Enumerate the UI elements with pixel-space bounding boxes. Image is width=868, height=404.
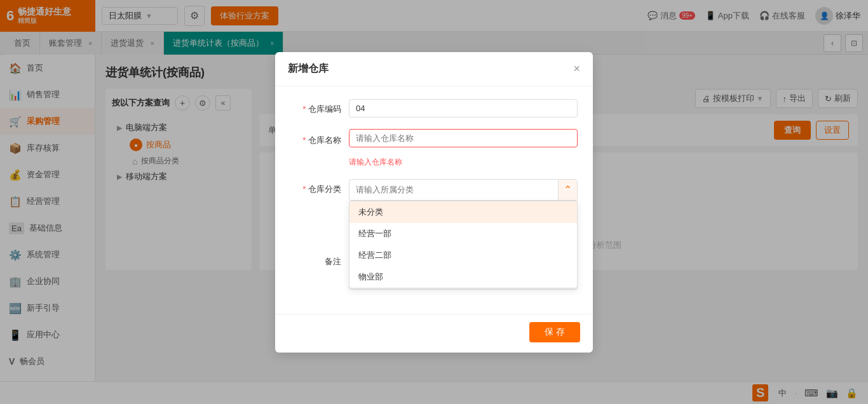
dropdown-item-property[interactable]: 物业部	[349, 266, 577, 288]
category-chevron-button[interactable]: ⌃	[558, 180, 577, 200]
code-label: 仓库编码	[290, 99, 341, 115]
dropdown-item-dept2[interactable]: 经营二部	[349, 245, 577, 266]
name-input[interactable]	[349, 129, 578, 147]
code-input[interactable]	[349, 99, 578, 118]
dialog-header: 新增仓库 ×	[275, 52, 593, 86]
category-input-row: ⌃	[349, 179, 578, 201]
form-row-category: 仓库分类 ⌃ 未分类 经营一部 经营二部 物业部	[290, 179, 578, 201]
dialog-close-button[interactable]: ×	[573, 63, 580, 74]
dialog-body: 仓库编码 仓库名称 请输入仓库名称 仓库分类	[275, 86, 593, 314]
form-row-code: 仓库编码	[290, 99, 578, 118]
category-input[interactable]	[349, 181, 558, 198]
category-wrapper: ⌃ 未分类 经营一部 经营二部 物业部	[349, 179, 578, 201]
save-button[interactable]: 保 存	[529, 322, 580, 342]
name-input-wrapper	[349, 129, 578, 147]
dropdown-item-unclassified[interactable]: 未分类	[349, 201, 577, 223]
new-warehouse-dialog: 新增仓库 × 仓库编码 仓库名称 请输入仓库名称	[275, 52, 593, 353]
name-label: 仓库名称	[290, 130, 341, 146]
form-row-name: 仓库名称 请输入仓库名称	[290, 129, 578, 168]
dialog-footer: 保 存	[275, 314, 593, 353]
note-label: 备注	[290, 252, 341, 267]
category-dropdown: 未分类 经营一部 经营二部 物业部	[349, 201, 578, 288]
name-error-wrapper: 请输入仓库名称	[349, 157, 578, 168]
modal-overlay: 新增仓库 × 仓库编码 仓库名称 请输入仓库名称	[0, 0, 868, 404]
dropdown-item-dept1[interactable]: 经营一部	[349, 223, 577, 245]
category-label: 仓库分类	[290, 179, 341, 195]
dialog-title: 新增仓库	[288, 62, 329, 76]
name-error-message: 请输入仓库名称	[349, 158, 402, 166]
